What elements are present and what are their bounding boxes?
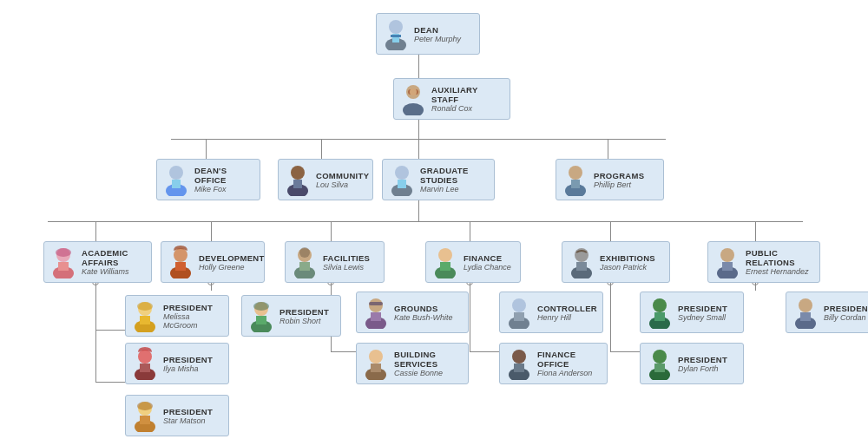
svg-point-31 [438,248,452,262]
avatar-finance [431,246,459,278]
facilities-text: FACILITIES Silvia Lewis [323,253,370,272]
academic-name: Kate Williams [82,267,146,276]
programs-name: Phillip Bert [594,180,644,189]
community-title: COMMUNITY [316,171,369,180]
node-exhibitions: EXHIBITIONS Jason Patrick [562,241,670,283]
line-v-deans [206,139,207,161]
node-finance-office: FINANCE OFFICE Fiona Anderson [499,343,608,384]
controller-text: CONTROLLER Henry Hill [537,304,597,322]
avatar-development [167,246,194,278]
svg-rect-75 [140,416,150,424]
star-text: PRESIDENT Star Matson [163,407,213,425]
avatar-robin [247,299,275,332]
avatar-melissa [131,299,159,332]
avatar-programs [562,163,589,196]
line-v-comm [321,139,322,161]
auxiliary-name: Ronald Cox [431,104,504,113]
billy-name: Billy Cordan [824,313,868,322]
avatar-public-relations [713,246,741,278]
sydney-name: Sydney Small [678,313,727,322]
avatar-billy [792,296,819,329]
node-public-relations: PUBLIC RELATIONS Ernest Hernandez [707,241,820,283]
avatar-dean [382,17,410,50]
avatar-star [131,399,159,432]
node-dean: DEAN Peter Murphy [376,13,480,55]
svg-point-64 [369,350,383,364]
svg-rect-10 [172,180,181,188]
svg-point-14 [395,166,409,180]
development-title: DEVELOPMENT [199,253,265,263]
svg-rect-69 [514,364,524,372]
svg-rect-33 [440,262,450,271]
svg-rect-66 [371,364,381,372]
line-v-exh [610,221,611,243]
line-h-dylan [610,351,641,352]
finance-text: FINANCE Lydia Chance [464,253,511,272]
svg-point-76 [137,402,153,410]
line-h-finoff [470,351,500,352]
building-text: BUILDING SERVICES Cassie Bonne [394,350,463,377]
grounds-text: GROUNDS Kate Bush-White [394,304,453,322]
org-chart: DEAN Peter Murphy AUXILIARY STAFF Ronald… [0,0,868,439]
line-h-ilya [95,330,126,331]
node-pres-melissa: PRESIDENT Melissa McGroom [125,295,229,337]
avatar-grounds [362,296,390,329]
svg-point-61 [138,350,152,364]
controller-name: Henry Hill [537,313,597,322]
svg-point-70 [653,350,667,364]
svg-rect-16 [398,180,406,188]
exhibitions-name: Jason Patrick [600,263,655,272]
finance-office-name: Fiona Anderson [537,369,602,377]
node-development: DEVELOPMENT Holly Greene [161,241,265,283]
node-pres-sydney: PRESIDENT Sydney Small [640,292,744,333]
svg-rect-51 [369,302,383,305]
community-text: COMMUNITY Lou Silva [316,171,369,189]
node-deans-office: DEAN'S OFFICE Mike Fox [156,159,260,200]
billy-text: PRESIDENT Billy Cordan [824,304,868,322]
dean-name: Peter Murphy [414,35,461,43]
public-relations-name: Ernest Hernandez [746,267,814,276]
star-name: Star Matson [163,416,213,425]
svg-rect-57 [654,312,665,321]
node-pres-star: PRESIDENT Star Matson [125,395,229,436]
svg-point-47 [253,302,269,311]
line-h-level3 [48,221,803,222]
avatar-controller [505,296,533,329]
billy-title: PRESIDENT [824,304,868,313]
building-title: BUILDING SERVICES [394,350,463,369]
node-pres-billy: PRESIDENT Billy Cordan [786,292,868,333]
svg-point-43 [137,302,153,311]
line-v-dev [211,221,212,243]
avatar-exhibitions [568,246,595,278]
programs-title: PROGRAMS [594,171,644,180]
avatar-community [284,163,312,196]
melissa-text: PRESIDENT Melissa McGroom [163,303,223,330]
finance-title: FINANCE [464,253,511,263]
svg-point-52 [512,298,526,312]
line-v-fac [331,221,332,243]
node-facilities: FACILITIES Silvia Lewis [285,241,385,283]
avatar-finance-office [505,347,533,380]
line-v-exh-ch [610,282,611,351]
svg-rect-72 [654,364,665,372]
finance-name: Lydia Chance [464,263,511,272]
avatar-graduate [388,163,416,196]
finance-office-text: FINANCE OFFICE Fiona Anderson [537,350,602,377]
dean-title: DEAN [414,25,461,35]
svg-rect-29 [299,262,310,271]
svg-point-30 [299,247,310,258]
line-h-building [331,351,357,352]
line-v-fin [470,221,470,243]
svg-rect-36 [576,262,587,271]
deans-office-text: DEAN'S OFFICE Mike Fox [194,166,254,193]
avatar-dylan [646,347,674,380]
ilya-text: PRESIDENT Ilya Misha [163,355,213,373]
graduate-title: GRADUATE STUDIES [420,166,489,185]
line-v-grad [418,139,419,161]
line-v-acad [95,221,96,243]
svg-point-24 [174,248,187,262]
controller-title: CONTROLLER [537,304,597,313]
svg-point-37 [720,248,734,262]
dean-text: DEAN Peter Murphy [414,25,461,43]
finance-office-title: FINANCE OFFICE [537,350,602,369]
